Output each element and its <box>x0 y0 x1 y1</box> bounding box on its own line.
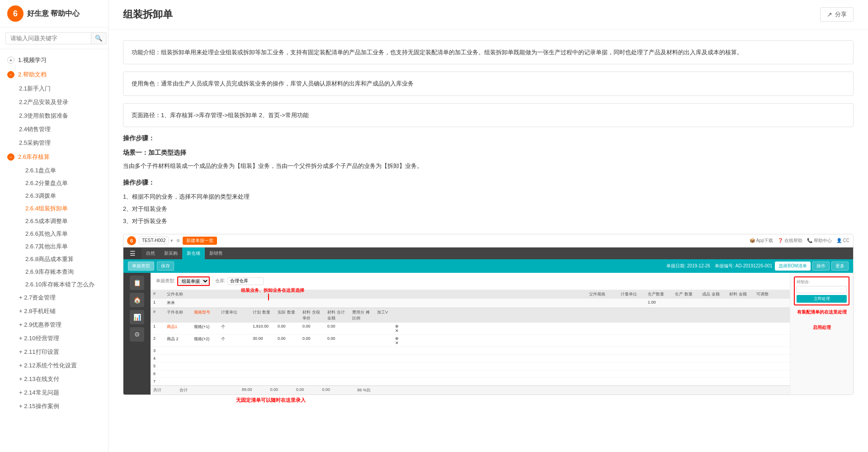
mock-more-btn: 更多 <box>831 262 849 271</box>
sidebar-item-inventory[interactable]: − 2.6库存核算 <box>0 150 108 164</box>
mock-form-row: 单据类型: 组装单据 拆卸单据 仓库: 组装业务、拆卸业务在 <box>151 273 790 290</box>
sidebar-item-cost-adjust[interactable]: 2.6.5成本调整单 <box>0 215 108 228</box>
mock-nav-sales: 新销售 <box>205 247 227 259</box>
steps-list: 1、根据不同的业务，选择不同单据的类型来处理 2、对于组装业务 3、对于拆装业务 <box>123 191 854 227</box>
mock-sidebar-icon3: 📊 <box>130 310 144 324</box>
page-title: 组装拆卸单 <box>123 8 173 21</box>
sidebar-item-faq[interactable]: + 2.14常见问题 <box>0 386 108 400</box>
mock-company: TEST-H002 <box>139 237 169 244</box>
mock-lower-row1: 1 商品1 规格(+1) 个 1,910.00 0.00 0.00 0.00 ⊕… <box>151 323 790 335</box>
mock-help-icon: ❓ 在线帮助 <box>778 238 802 244</box>
share-icon: ↗ <box>827 11 832 18</box>
sidebar-item-purchase[interactable]: 2.5采购管理 <box>0 136 108 150</box>
sidebar-item-partial-stocktake[interactable]: 2.6.2分量盘点单 <box>0 177 108 190</box>
mock-navbar: ☰ 自然 新采购 新仓储 新销售 <box>123 247 853 259</box>
mock-footer: 共计 合计 89.00 0.00 0.00 0.00 86 %比 <box>151 385 790 395</box>
mock-action-btn: 操作 <box>812 262 830 271</box>
logo-text: 好生意 帮助中心 <box>27 9 80 19</box>
mock-toolbar-approve: 保存 <box>157 262 174 271</box>
sidebar-item-customize[interactable]: + 2.12系统个性化设置 <box>0 359 108 372</box>
mock-lower-table: # 子件名称 规格型号 计量单位 计划 数量 实际 数量 材料 含税 单价 材料… <box>151 308 790 385</box>
mock-sidebar-icon2: 🏠 <box>130 293 144 307</box>
sidebar-item-coupon[interactable]: + 2.9优惠券管理 <box>0 318 108 332</box>
sidebar: 6 好生意 帮助中心 🔍 + 1.视频学习 − 2.帮助文档 2.1新手入门 2… <box>0 0 108 452</box>
main-header: 组装拆卸单 ↗ 分享 <box>108 0 868 29</box>
mock-combo-input[interactable] <box>797 286 847 293</box>
mock-lower-row4: 4 <box>151 355 790 362</box>
main-content: 组装拆卸单 ↗ 分享 功能介绍：组装拆卸单用来处理企业组装或拆卸等加工业务，支持… <box>108 0 868 452</box>
path-text: 页面路径：1、库存核算->库存管理->组装拆卸单 2、首页->常用功能 <box>132 110 845 120</box>
search-input[interactable] <box>5 32 91 44</box>
minus-icon: − <box>7 71 14 78</box>
mock-ok-btn: 立即处理 <box>797 295 847 303</box>
mock-toolbar: 单据类型 保存 单据日期: 2019-12-26 单据编号: AD-201912… <box>123 259 853 273</box>
mock-right-panel: 对组合: 立即处理 有装配清单的在这里处理 启用处理 <box>790 273 853 395</box>
sidebar-item-cost-recalc[interactable]: 2.6.8商品成本重算 <box>0 253 108 266</box>
mock-nav-purchase: 新采购 <box>160 247 182 259</box>
mock-logo: 6 <box>127 236 136 245</box>
sidebar-item-newbie[interactable]: 2.1新手入门 <box>0 82 108 95</box>
mock-bom-btn: 选择BOM清单 <box>775 262 811 271</box>
role-block: 使用角色：通常由生产人员或库管人员完成拆装业务的操作，库管人员确认原材料的出库和… <box>123 71 854 95</box>
annotation-type: 组装业务、拆卸业务在这里选择 <box>241 287 304 294</box>
mock-lower-row6: 6 <box>151 370 790 378</box>
sidebar-item-label: 2.帮助文档 <box>18 71 47 79</box>
role-text: 使用角色：通常由生产人员或库管人员完成拆装业务的操作，库管人员确认原材料的出库和… <box>132 78 845 89</box>
mock-sidebar-icon1: 📋 <box>130 276 144 290</box>
sidebar-item-install[interactable]: 2.2产品安装及登录 <box>0 95 108 109</box>
sidebar-item-ledger-query[interactable]: 2.6.9库存账本查询 <box>0 266 108 278</box>
annotation-enable: 启用处理 <box>794 324 849 331</box>
scene1-desc: 当由多个子件材料组装成一个成品的业务为【组装】业务，当由一个父件拆分成多个子产品… <box>123 161 854 171</box>
mock-lower-row2: 2 商品 2 规格(+2) 个 30.00 0.00 0.00 0.00 ⊕ ✕ <box>151 335 790 347</box>
screenshot-preview: 6 TEST-H002 ▼ ⚙ 新建单据一览 📦 App下载 ❓ 在线帮助 📞 … <box>123 234 854 395</box>
step3: 3、对于拆装业务 <box>123 216 854 226</box>
mock-new-btn: 新建单据一览 <box>183 237 217 245</box>
sidebar-item-payment[interactable]: + 2.13在线支付 <box>0 372 108 386</box>
sidebar-item-video[interactable]: + 1.视频学习 <box>0 53 108 67</box>
logo-icon: 6 <box>7 5 24 22</box>
sidebar-item-mobile[interactable]: + 2.8手机旺铺 <box>0 305 108 318</box>
search-button[interactable]: 🔍 <box>91 32 107 44</box>
sidebar-item-ledger-fix[interactable]: 2.6.10库存账本错了怎么办 <box>0 278 108 291</box>
sidebar-item-ops[interactable]: + 2.10经营管理 <box>0 332 108 345</box>
sidebar-item-other-in[interactable]: 2.6.6其他入库单 <box>0 228 108 240</box>
sidebar-item-stocktake[interactable]: 2.6.1盘点单 <box>0 164 108 177</box>
mock-service-icon: 📞 帮助中心 <box>807 238 832 244</box>
scene1-title: 场景一：加工类型选择 <box>123 149 854 157</box>
sidebar-item-label: 1.视频学习 <box>18 56 47 64</box>
sidebar-item-print[interactable]: + 2.11打印设置 <box>0 345 108 359</box>
search-box: 🔍 <box>0 28 108 49</box>
mock-type-select[interactable]: 组装单据 拆卸单据 <box>177 276 210 286</box>
intro-text: 功能介绍：组装拆卸单用来处理企业组装或拆卸等加工业务，支持有固定装配清单的产品加… <box>132 47 845 57</box>
sidebar-item-assembly[interactable]: 2.6.4组装拆卸单 <box>0 202 108 215</box>
mock-lower-row7: 7 <box>151 378 790 385</box>
inventory-expand-icon: − <box>7 153 14 161</box>
annotation-manual: 无固定清单可以随时在这里录入 <box>236 397 306 404</box>
content-area: 功能介绍：组装拆卸单用来处理企业组装或拆卸等加工业务，支持有固定装配清单的产品加… <box>108 29 868 452</box>
sidebar-item-data-prep[interactable]: 2.3使用前数据准备 <box>0 109 108 123</box>
mock-lower-row5: 5 <box>151 362 790 370</box>
mock-lower-row3: 3 <box>151 347 790 355</box>
sidebar-item-finance[interactable]: + 2.7资金管理 <box>0 291 108 305</box>
mock-appstore-icon: 📦 App下载 <box>750 238 773 244</box>
mock-toolbar-save: 单据类型 <box>128 262 154 271</box>
sidebar-item-cases[interactable]: + 2.15操作案例 <box>0 400 108 413</box>
sidebar-header: 6 好生意 帮助中心 <box>0 0 108 28</box>
mock-avatar: 👤 CC <box>836 238 849 243</box>
sidebar-item-transfer[interactable]: 2.6.3调拨单 <box>0 190 108 202</box>
mock-warehouse-input[interactable] <box>227 277 264 285</box>
step2: 2、对于组装业务 <box>123 204 854 214</box>
mock-sidebar-icon4: ⚙ <box>130 327 144 342</box>
mock-nav-home: 自然 <box>142 247 160 259</box>
sidebar-item-sales[interactable]: 2.4销售管理 <box>0 123 108 136</box>
sidebar-item-docs[interactable]: − 2.帮助文档 <box>0 67 108 82</box>
sidebar-item-other-out[interactable]: 2.6.7其他出库单 <box>0 240 108 253</box>
ops-steps-title: 操作步骤： <box>123 179 854 187</box>
mock-nav-warehouse: 新仓储 <box>182 247 205 259</box>
path-block: 页面路径：1、库存核算->库存管理->组装拆卸单 2、首页->常用功能 <box>123 103 854 127</box>
intro-block: 功能介绍：组装拆卸单用来处理企业组装或拆卸等加工业务，支持有固定装配清单的产品加… <box>123 40 854 64</box>
mock-left-sidebar: 📋 🏠 📊 ⚙ <box>123 273 151 395</box>
nav-tree: + 1.视频学习 − 2.帮助文档 2.1新手入门 2.2产品安装及登录 2.3… <box>0 49 108 417</box>
share-button[interactable]: ↗ 分享 <box>820 7 854 22</box>
plus-icon: + <box>7 57 14 64</box>
